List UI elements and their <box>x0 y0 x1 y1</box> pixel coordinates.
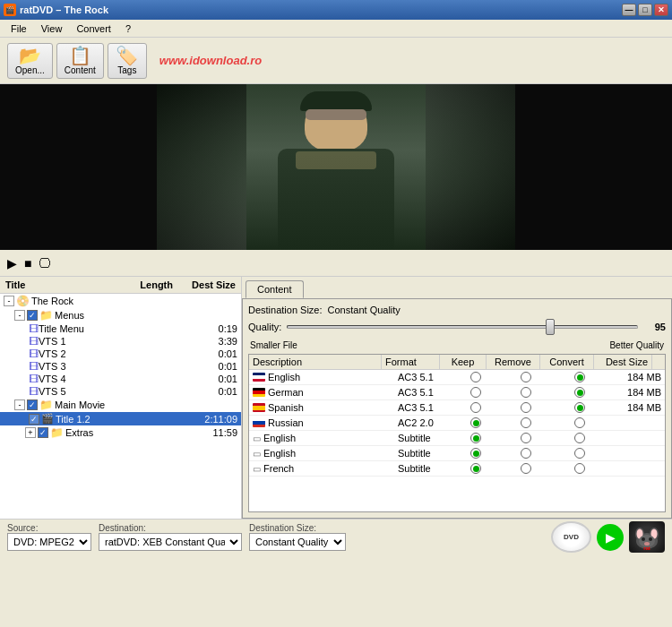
tree-item-title12[interactable]: ✓ 🎬 Title 1.2 2:11:09 <box>0 412 241 425</box>
keep-radio-2[interactable] <box>470 402 481 413</box>
keep-radio-4[interactable] <box>470 433 481 443</box>
ct-desc-2: Spanish <box>268 402 304 413</box>
ct-cell-convert-0[interactable] <box>553 370 607 384</box>
ct-header-keep: Keep <box>440 355 487 369</box>
ct-cell-format-6: Subtitle <box>394 461 452 476</box>
source-dropdown[interactable]: DVD: MPEG2 <box>7 533 91 551</box>
ct-cell-keep-1[interactable] <box>452 385 499 399</box>
tree-item-main-movie[interactable]: - ✓ 📁 Main Movie <box>0 398 241 412</box>
main-movie-checkbox[interactable]: ✓ <box>27 399 38 410</box>
menus-checkbox[interactable]: ✓ <box>27 310 38 321</box>
ct-cell-keep-0[interactable] <box>452 370 499 384</box>
content-label: Content <box>65 65 96 75</box>
ct-cell-remove-5[interactable] <box>499 446 553 460</box>
quality-labels-row: Smaller File Better Quality <box>248 340 666 350</box>
ct-cell-dest-4 <box>607 436 665 440</box>
remove-radio-3[interactable] <box>521 417 531 428</box>
open-button[interactable]: 📂 Open... <box>7 43 53 79</box>
maximize-button[interactable]: □ <box>638 4 652 16</box>
ct-cell-format-4: Subtitle <box>394 431 452 445</box>
ct-cell-keep-4[interactable] <box>452 431 499 445</box>
remove-radio-0[interactable] <box>521 372 531 382</box>
ct-cell-remove-4[interactable] <box>499 431 553 445</box>
play-logo[interactable]: ▶ <box>597 524 624 551</box>
ct-cell-convert-6[interactable] <box>553 461 607 476</box>
tree-item-menus[interactable]: - ✓ 📁 Menus <box>0 308 241 322</box>
monitor-button[interactable]: 🖵 <box>39 256 51 271</box>
ct-cell-remove-1[interactable] <box>499 385 553 399</box>
ct-cell-keep-2[interactable] <box>452 400 499 415</box>
ct-cell-convert-2[interactable] <box>553 400 607 415</box>
ct-cell-remove-6[interactable] <box>499 461 553 476</box>
quality-slider-thumb[interactable] <box>546 319 555 335</box>
ct-cell-remove-2[interactable] <box>499 400 553 415</box>
toolbar: 📂 Open... 📋 Content 🏷️ Tags www.idownloa… <box>0 38 672 84</box>
status-bar: Source: DVD: MPEG2 Destination: ratDVD: … <box>0 519 672 554</box>
ct-desc-6: French <box>263 463 294 474</box>
ct-cell-format-1: AC3 5.1 <box>394 385 452 399</box>
ct-cell-convert-3[interactable] <box>553 416 607 430</box>
minimize-button[interactable]: — <box>622 4 636 16</box>
remove-radio-4[interactable] <box>521 433 531 443</box>
convert-radio-2[interactable] <box>574 402 585 413</box>
tree-item-vts2[interactable]: 🎞 VTS 2 0:01 <box>0 348 241 360</box>
convert-radio-0[interactable] <box>574 372 585 382</box>
extras-expander[interactable]: + <box>25 427 36 438</box>
ct-cell-convert-1[interactable] <box>553 385 607 399</box>
keep-radio-3[interactable] <box>470 417 481 428</box>
keep-radio-1[interactable] <box>470 387 481 398</box>
ct-cell-keep-5[interactable] <box>452 446 499 460</box>
convert-radio-3[interactable] <box>574 417 585 428</box>
extras-checkbox[interactable]: ✓ <box>38 427 48 438</box>
tree-item-vts3[interactable]: 🎞 VTS 3 0:01 <box>0 360 241 373</box>
tree-item-vts5[interactable]: 🎞 VTS 5 0:01 <box>0 385 241 398</box>
content-button[interactable]: 📋 Content <box>56 43 104 79</box>
ct-cell-keep-3[interactable] <box>452 416 499 430</box>
convert-radio-1[interactable] <box>574 387 585 398</box>
tree-header: Title Length Dest Size <box>0 277 241 294</box>
keep-radio-6[interactable] <box>470 463 481 474</box>
tree-item-vts4[interactable]: 🎞 VTS 4 0:01 <box>0 373 241 385</box>
convert-radio-5[interactable] <box>574 448 585 459</box>
convert-radio-6[interactable] <box>574 463 585 474</box>
menu-convert[interactable]: Convert <box>69 21 118 36</box>
tree-root[interactable]: - 📀 The Rock <box>0 294 241 308</box>
stop-button[interactable]: ■ <box>24 256 31 271</box>
remove-radio-6[interactable] <box>521 463 531 474</box>
title12-checkbox[interactable]: ✓ <box>29 414 39 425</box>
keep-radio-0[interactable] <box>470 372 481 382</box>
tags-button[interactable]: 🏷️ Tags <box>108 43 147 79</box>
close-button[interactable]: ✕ <box>654 4 668 16</box>
remove-radio-1[interactable] <box>521 387 531 398</box>
ct-cell-remove-0[interactable] <box>499 370 553 384</box>
title12-label: Title 1.2 <box>56 414 183 425</box>
tree-item-title-menu[interactable]: 🎞 Title Menu 0:19 <box>0 322 241 335</box>
dest-size-dropdown[interactable]: Constant Quality4.7 GBCustom <box>249 533 346 551</box>
tab-content[interactable]: Content <box>246 280 304 298</box>
dest-dropdown[interactable]: ratDVD: XEB Constant Quality <box>99 533 242 551</box>
remove-radio-5[interactable] <box>521 448 531 459</box>
ct-cell-convert-5[interactable] <box>553 446 607 460</box>
keep-radio-5[interactable] <box>470 448 481 459</box>
ct-cell-remove-3[interactable] <box>499 416 553 430</box>
menus-expander[interactable]: - <box>14 310 25 321</box>
ct-cell-convert-4[interactable] <box>553 431 607 445</box>
ct-desc-4: English <box>263 433 296 443</box>
vts3-icon: 🎞 <box>29 361 39 372</box>
convert-radio-4[interactable] <box>574 433 585 443</box>
menu-file[interactable]: File <box>4 21 34 36</box>
tree-item-vts1[interactable]: 🎞 VTS 1 3:39 <box>0 335 241 348</box>
ct-header-dest: Dest Size <box>594 355 652 369</box>
tree-item-extras[interactable]: + ✓ 📁 Extras 11:59 <box>0 425 241 440</box>
ct-cell-desc-3: Russian <box>249 416 394 430</box>
vts3-length: 0:01 <box>183 361 241 372</box>
ct-cell-keep-6[interactable] <box>452 461 499 476</box>
menu-view[interactable]: View <box>34 21 70 36</box>
main-movie-expander[interactable]: - <box>14 399 25 410</box>
vts3-label: VTS 3 <box>39 361 183 372</box>
remove-radio-2[interactable] <box>521 402 531 413</box>
subtitle-icon-5: ▭ <box>253 449 261 459</box>
menu-help[interactable]: ? <box>118 21 138 36</box>
play-button[interactable]: ▶ <box>7 256 17 271</box>
root-expander[interactable]: - <box>4 296 14 306</box>
